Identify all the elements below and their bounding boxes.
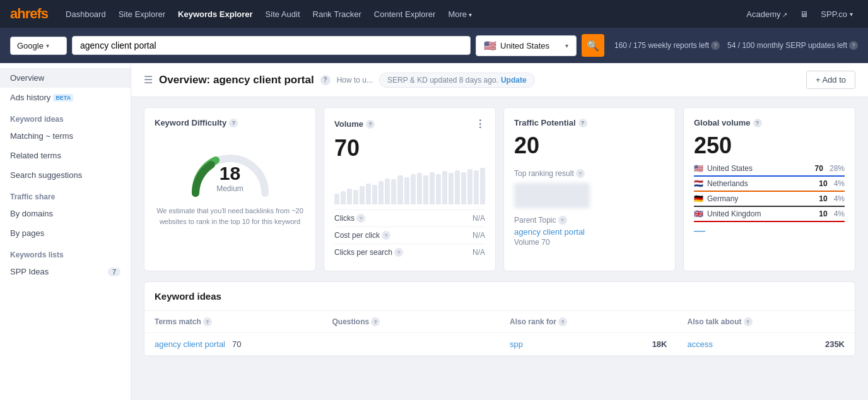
chart-bar <box>480 168 485 204</box>
sidebar-item-by-domains[interactable]: By domains <box>0 204 131 223</box>
sidebar-item-matching-terms[interactable]: Matching ~ terms <box>0 126 131 146</box>
nav-keywords-explorer[interactable]: Keywords Explorer <box>173 7 258 21</box>
ideas-col-help-icon[interactable]: ? <box>371 317 380 326</box>
country-flag: 🇳🇱 <box>694 179 703 188</box>
also-talk-link[interactable]: access <box>688 339 713 349</box>
traffic-help-icon[interactable]: ? <box>578 119 587 127</box>
sidebar-item-spp-ideas[interactable]: SPP Ideas 7 <box>0 262 131 281</box>
nav-academy[interactable]: Academy <box>741 7 792 21</box>
nav-dashboard[interactable]: Dashboard <box>61 7 111 21</box>
country-row-pct: 4% <box>834 179 845 188</box>
sidebar-item-overview[interactable]: Overview <box>0 68 131 88</box>
chart-bar <box>360 186 365 204</box>
search-input-wrapper <box>72 36 471 55</box>
weekly-reports-help-icon[interactable]: ? <box>711 41 720 50</box>
nav-rank-tracker[interactable]: Rank Tracker <box>308 7 367 21</box>
gauge-label: Medium <box>216 184 243 193</box>
top-ranking-label: Top ranking result ? <box>514 169 665 178</box>
cps-help-icon[interactable]: ? <box>394 248 403 257</box>
ideas-col-help-icon[interactable]: ? <box>558 317 567 326</box>
chart-bar <box>411 174 416 204</box>
country-row-name: United States <box>707 164 811 173</box>
kd-gauge-container: 18 Medium We estimate that you'll need b… <box>155 132 305 232</box>
global-volume-title: Global volume ? <box>694 118 845 127</box>
main-layout: Overview Ads history BETA Keyword ideas … <box>0 63 868 400</box>
nav-site-audit[interactable]: Site Audit <box>261 7 305 21</box>
page-help-icon[interactable]: ? <box>320 75 331 85</box>
top-ranking-help-icon[interactable]: ? <box>576 169 585 178</box>
sidebar-item-search-suggestions[interactable]: Search suggestions <box>0 165 131 185</box>
ideas-col-help-icon[interactable]: ? <box>203 317 212 326</box>
engine-select[interactable]: Google <box>10 37 67 55</box>
chart-bar <box>397 175 402 204</box>
keywords-lists-section-title: Keywords lists <box>0 243 131 262</box>
clicks-help-icon[interactable]: ? <box>356 214 365 223</box>
kd-help-icon[interactable]: ? <box>229 119 238 127</box>
country-row-pct: 28% <box>830 164 845 173</box>
country-flag: 🇺🇸 <box>484 40 496 52</box>
global-volume-card: Global volume ? 250 🇺🇸 United States 70 … <box>683 107 855 271</box>
ahrefs-logo[interactable]: ahrefs <box>10 6 48 22</box>
chart-bar <box>474 170 479 204</box>
country-flag: 🇩🇪 <box>694 194 703 203</box>
country-select[interactable]: 🇺🇸 United States <box>476 35 577 56</box>
reports-info: 160 / 175 weekly reports left ? 54 / 100… <box>614 41 858 50</box>
keyword-ideas-section: Keyword ideas Terms match?Questions?Also… <box>144 281 855 356</box>
global-volume-value: 250 <box>694 132 845 159</box>
questions-cell <box>322 333 500 356</box>
gauge-wrapper: 18 Medium <box>186 143 274 193</box>
country-row-pct: 4% <box>834 194 845 203</box>
country-row: 🇺🇸 United States 70 28% <box>694 162 845 177</box>
cpc-help-icon[interactable]: ? <box>382 231 390 240</box>
search-icon: 🔍 <box>587 40 599 52</box>
nav-account[interactable]: SPP.co <box>816 7 858 21</box>
global-volume-help-icon[interactable]: ? <box>753 119 762 127</box>
terms-match-link[interactable]: agency client portal <box>155 339 225 349</box>
more-countries-indicator: — <box>694 225 845 236</box>
parent-topic-help-icon[interactable]: ? <box>558 216 567 225</box>
ideas-col-help-icon[interactable]: ? <box>744 317 753 326</box>
spp-ideas-count: 7 <box>108 268 120 276</box>
add-to-button[interactable]: + Add to <box>806 71 855 89</box>
keyword-ideas-section-title: Keyword ideas <box>0 107 131 126</box>
serp-update-link[interactable]: Update <box>501 76 527 85</box>
volume-card-title: Volume ? ⋮ <box>334 118 485 130</box>
volume-help-icon[interactable]: ? <box>366 120 375 129</box>
kd-card-title: Keyword Difficulty ? <box>155 118 305 127</box>
nav-content-explorer[interactable]: Content Explorer <box>369 7 441 21</box>
country-row-name: Netherlands <box>707 179 815 188</box>
engine-label: Google <box>17 41 44 50</box>
keyword-ideas-table: Terms match?Questions?Also rank for?Also… <box>144 311 855 356</box>
ideas-col-header: Also talk about? <box>677 311 855 333</box>
nav-more[interactable]: More <box>443 7 476 21</box>
ideas-col-header: Terms match? <box>144 311 322 333</box>
volume-more-icon[interactable]: ⋮ <box>475 118 485 130</box>
chart-bar <box>334 194 339 204</box>
weekly-reports: 160 / 175 weekly reports left ? <box>614 41 720 50</box>
chart-bar <box>423 175 428 204</box>
terms-match-cell: agency client portal70 <box>144 333 322 356</box>
also-rank-link[interactable]: spp <box>510 339 523 349</box>
page-title: Overview: agency client portal <box>159 74 314 86</box>
sidebar-item-by-pages[interactable]: By pages <box>0 223 131 243</box>
chart-bar <box>455 170 460 204</box>
search-input[interactable] <box>80 40 462 50</box>
chart-bar <box>467 169 472 204</box>
chart-bar <box>366 184 371 204</box>
chart-bar <box>385 179 390 204</box>
chart-bar <box>449 173 454 204</box>
monthly-serp-help-icon[interactable]: ? <box>849 41 858 50</box>
nav-site-explorer[interactable]: Site Explorer <box>114 7 170 21</box>
country-row-vol: 10 <box>819 179 827 188</box>
chart-bar <box>461 172 466 204</box>
parent-topic-link[interactable]: agency client portal <box>514 227 585 237</box>
monitor-icon[interactable]: 🖥 <box>795 7 813 21</box>
search-bar: Google 🇺🇸 United States 🔍 160 / 175 week… <box>0 28 868 63</box>
hamburger-icon[interactable]: ☰ <box>144 74 153 86</box>
sidebar-item-ads-history[interactable]: Ads history BETA <box>0 88 131 107</box>
how-to-link[interactable]: How to u... <box>337 76 373 85</box>
chart-bar <box>341 191 346 204</box>
metric-cpc: Cost per click ? N/A <box>334 226 485 244</box>
sidebar-item-related-terms[interactable]: Related terms <box>0 146 131 165</box>
search-button[interactable]: 🔍 <box>582 34 604 57</box>
